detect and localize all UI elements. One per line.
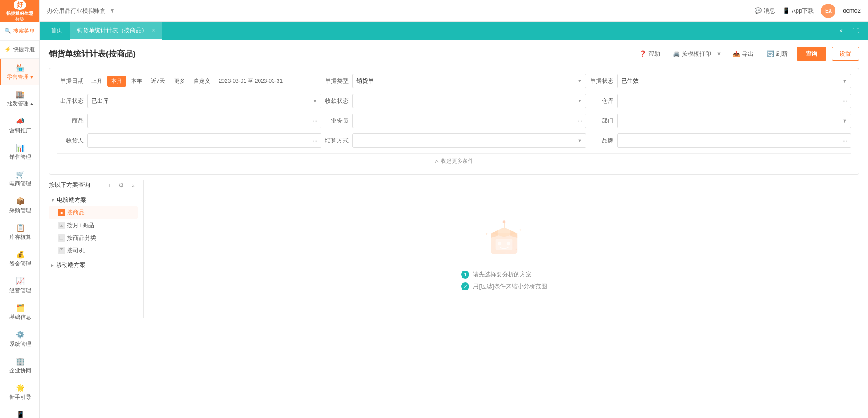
message-icon: 💬 <box>755 7 762 14</box>
topbar-right: 💬 消息 📱 App下载 Ea demo2 <box>755 4 861 18</box>
filter-department: 部门 ▼ <box>586 114 851 128</box>
date-tab-last-7days[interactable]: 近7天 <box>147 76 169 87</box>
out-status-control[interactable]: 已出库 ▼ <box>87 94 321 108</box>
search-menu-item[interactable]: 🔍 搜索菜单 <box>3 25 37 37</box>
tree-item-by-goods-category[interactable]: 回 按商品分类 <box>49 232 138 244</box>
panel-header-actions: + ⚙ « <box>104 180 138 190</box>
topbar: 办公用品行业模拟账套 ▼ 💬 消息 📱 App下载 Ea demo2 <box>40 0 868 22</box>
print-dropdown-arrow[interactable]: ▼ <box>715 49 723 58</box>
desktop-group-label: 电脑端方案 <box>57 196 86 204</box>
print-btn[interactable]: 🖨️ 按模板打印 <box>669 48 715 60</box>
basic-icon: 🗂️ <box>16 304 25 312</box>
setting-button[interactable]: 设置 <box>832 47 859 61</box>
tabbar-actions: × ⛶ <box>835 22 864 40</box>
doc-type-control[interactable]: 销货单 ▼ <box>352 74 586 88</box>
brand-label: 品牌 <box>586 137 613 145</box>
mobile-group-chevron: ▶ <box>51 263 54 268</box>
collapse-filter-btn[interactable]: ∧ 收起更多条件 <box>57 153 851 169</box>
refresh-btn[interactable]: 🔄 刷新 <box>763 48 791 60</box>
page-actions: ❓ 帮助 🖨️ 按模板打印 ▼ 📤 导出 <box>635 47 859 61</box>
svg-point-8 <box>503 220 506 223</box>
goods-label: 商品 <box>57 117 84 125</box>
sidebar-item-marketing-label: 营销推广 <box>9 127 31 134</box>
filter-row-4: 收货人 ··· 结算方式 ▼ 品牌 <box>57 133 851 148</box>
date-tabs: 上月 本月 本年 近7天 更多 自定义 <box>87 76 214 87</box>
sidebar-item-ecommerce[interactable]: 🛒 电商管理 <box>0 166 39 192</box>
app-download-label: App下载 <box>792 7 814 15</box>
messages-btn[interactable]: 💬 消息 <box>755 7 775 15</box>
panel-collapse-btn[interactable]: « <box>128 180 138 190</box>
sidebar-item-retail[interactable]: 🏪 零售管理 ▼ <box>0 59 39 86</box>
date-tab-custom[interactable]: 自定义 <box>190 76 214 87</box>
collect-status-dropdown-icon: ▼ <box>577 98 582 104</box>
query-button[interactable]: 查询 <box>797 47 826 61</box>
help-btn[interactable]: ❓ 帮助 <box>635 48 664 60</box>
panel-add-btn[interactable]: + <box>104 180 114 190</box>
salesperson-more-icon: ··· <box>578 118 582 124</box>
quick-nav-item[interactable]: ⚡ 快捷导航 <box>0 43 39 56</box>
left-panel: 按以下方案查询 + ⚙ « ▼ 电脑端方案 <box>49 180 144 318</box>
warehouse-control[interactable]: ··· <box>617 94 851 108</box>
filter-collect-status: 收款状态 ▼ <box>321 94 586 108</box>
sales-icon: 📊 <box>16 143 25 152</box>
user-avatar[interactable]: Ea <box>821 4 835 18</box>
sidebar-item-sales[interactable]: 📊 销售管理 <box>0 139 39 166</box>
sidebar-item-operations-label: 经营管理 <box>9 287 31 294</box>
sidebar-item-system[interactable]: ⚙️ 系统管理 <box>0 326 39 352</box>
svg-point-6 <box>507 242 510 245</box>
desktop-group-chevron: ▼ <box>51 198 55 203</box>
sidebar-item-operations[interactable]: 📈 经营管理 <box>0 272 39 299</box>
sidebar-item-marketing[interactable]: 📣 营销推广 <box>0 112 39 139</box>
brand-control[interactable]: ··· <box>617 133 851 148</box>
hint-2-num: 2 <box>461 282 469 290</box>
tab-home-label: 首页 <box>51 26 62 34</box>
print-dropdown: 🖨️ 按模板打印 ▼ <box>669 48 723 60</box>
out-status-value: 已出库 <box>91 97 312 105</box>
tree-item-by-month-goods[interactable]: 回 按月+商品 <box>49 219 138 232</box>
sidebar-item-purchase[interactable]: 📦 采购管理 <box>0 192 39 219</box>
filter-goods: 商品 ··· <box>57 114 321 128</box>
sidebar-item-finance[interactable]: 💰 资金管理 <box>0 246 39 272</box>
goods-control[interactable]: ··· <box>87 114 321 128</box>
export-btn[interactable]: 📤 导出 <box>729 48 757 60</box>
by-goods-category-label: 按商品分类 <box>67 234 96 242</box>
industry-dropdown-icon[interactable]: ▼ <box>109 7 115 14</box>
sidebar-item-newbie[interactable]: 🌟 新手引导 <box>0 379 39 406</box>
panel-header: 按以下方案查询 + ⚙ « <box>49 180 138 190</box>
tab-home[interactable]: 首页 <box>43 22 70 40</box>
panel-settings-btn[interactable]: ⚙ <box>116 180 126 190</box>
tree-item-by-goods[interactable]: ■ 按商品 <box>49 206 138 219</box>
goods-more-icon: ··· <box>313 118 317 124</box>
app-download-btn[interactable]: 📱 App下载 <box>783 7 814 15</box>
out-status-dropdown-icon: ▼ <box>312 98 317 104</box>
doc-status-control[interactable]: 已生效 ▼ <box>617 74 851 88</box>
tab-sales-stat[interactable]: 销货单统计计表（按商品） × <box>70 22 162 40</box>
date-tab-current-month[interactable]: 本月 <box>107 76 126 87</box>
date-tab-current-year[interactable]: 本年 <box>127 76 146 87</box>
sidebar-item-wholesale[interactable]: 🏬 批发管理 ▲ <box>0 86 39 112</box>
inventory-icon: 📋 <box>16 223 25 232</box>
tab-fullscreen-btn[interactable]: ⛶ <box>850 25 861 36</box>
sidebar-item-apps[interactable]: 📱 应用中心 <box>0 406 39 418</box>
filter-area: 单据日期 上月 本月 本年 近7天 更多 自定义 2023-03-01 至 20… <box>49 68 859 175</box>
tab-close-all-btn[interactable]: × <box>835 25 846 36</box>
page-content: 销货单统计计表(按商品) ❓ 帮助 🖨️ 按模板打印 ▼ 📤 <box>40 40 868 418</box>
sidebar-item-basic[interactable]: 🗂️ 基础信息 <box>0 299 39 326</box>
settlement-control[interactable]: ▼ <box>352 133 586 148</box>
tab-close-icon[interactable]: × <box>152 27 155 33</box>
tree-group-mobile[interactable]: ▶ 移动端方案 <box>49 259 138 271</box>
sidebar-item-enterprise[interactable]: 🏢 企业协同 <box>0 352 39 379</box>
date-tab-last-month[interactable]: 上月 <box>87 76 106 87</box>
sidebar-item-inventory[interactable]: 📋 库存核算 <box>0 219 39 246</box>
sidebar-item-sales-label: 销售管理 <box>9 153 31 161</box>
tree-group-desktop[interactable]: ▼ 电脑端方案 <box>49 194 138 206</box>
collect-status-control[interactable]: ▼ <box>352 94 586 108</box>
refresh-label: 刷新 <box>776 50 788 58</box>
date-tab-more[interactable]: 更多 <box>170 76 189 87</box>
receiver-more-icon: ··· <box>313 138 317 144</box>
department-control[interactable]: ▼ <box>617 114 851 128</box>
hint-2-text: 用[过滤]条件来缩小分析范围 <box>473 282 547 290</box>
tree-item-by-sku[interactable]: 回 按司机 <box>49 244 138 257</box>
receiver-control[interactable]: ··· <box>87 133 321 148</box>
salesperson-control[interactable]: ··· <box>352 114 586 128</box>
